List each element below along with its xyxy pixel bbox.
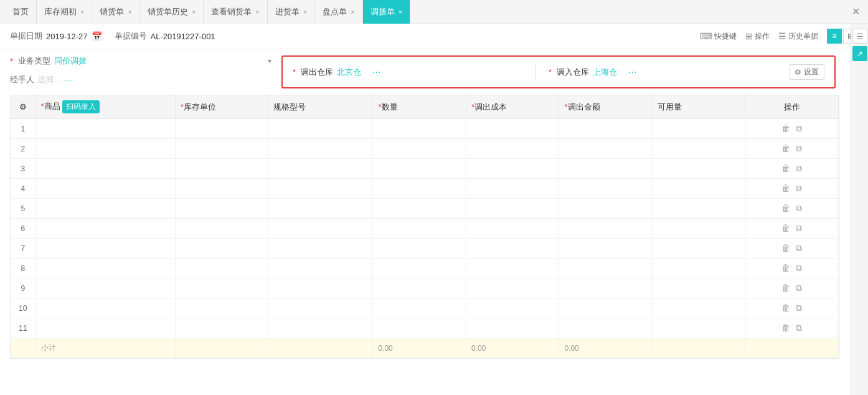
tab-close-icon[interactable]: ×	[303, 8, 307, 16]
delete-icon[interactable]: 🗑	[781, 243, 790, 253]
row-product[interactable]	[35, 298, 175, 318]
tab-home[interactable]: 首页	[5, 0, 37, 24]
tab-inventory-init[interactable]: 库存期初 ×	[37, 0, 92, 24]
row-product[interactable]	[35, 139, 175, 159]
row-spec[interactable]	[268, 139, 373, 159]
row-product[interactable]	[35, 239, 175, 259]
row-unit[interactable]	[175, 219, 268, 239]
row-qty[interactable]	[373, 239, 466, 259]
row-available[interactable]	[652, 159, 745, 179]
row-amount[interactable]	[559, 239, 653, 259]
row-qty[interactable]	[373, 278, 466, 298]
delete-icon[interactable]: 🗑	[781, 123, 790, 133]
row-unit[interactable]	[175, 119, 268, 139]
history-action[interactable]: ☰ 历史单据	[778, 31, 818, 42]
row-cost[interactable]	[466, 239, 559, 259]
business-type-select[interactable]: 同价调拨 ▾	[54, 55, 271, 67]
row-product[interactable]	[35, 119, 175, 139]
copy-icon[interactable]: ⧉	[796, 283, 802, 293]
operation-action[interactable]: ⊞ 操作	[745, 31, 770, 42]
row-cost[interactable]	[466, 219, 559, 239]
row-available[interactable]	[652, 199, 745, 219]
row-qty[interactable]	[373, 219, 466, 239]
row-spec[interactable]	[268, 219, 373, 239]
th-settings[interactable]: ⚙	[11, 95, 35, 119]
row-amount[interactable]	[559, 278, 653, 298]
row-spec[interactable]	[268, 318, 373, 338]
row-product[interactable]	[35, 159, 175, 179]
row-product[interactable]	[35, 179, 175, 199]
side-share-button[interactable]: ↗	[852, 46, 867, 61]
row-amount[interactable]	[559, 199, 653, 219]
delete-icon[interactable]: 🗑	[781, 183, 790, 193]
row-cost[interactable]	[466, 298, 559, 318]
tab-transfer[interactable]: 调拨单 ×	[363, 0, 410, 24]
tab-sales-order[interactable]: 销货单 ×	[92, 0, 139, 24]
warehouse-out-more-button[interactable]: ···	[372, 67, 380, 78]
row-amount[interactable]	[559, 259, 653, 278]
copy-icon[interactable]: ⧉	[796, 183, 802, 193]
row-spec[interactable]	[268, 298, 373, 318]
warehouse-in-more-button[interactable]: ···	[628, 67, 636, 78]
row-unit[interactable]	[175, 239, 268, 259]
row-qty[interactable]	[373, 298, 466, 318]
row-amount[interactable]	[559, 119, 653, 139]
tab-purchase[interactable]: 进货单 ×	[268, 0, 315, 24]
delete-icon[interactable]: 🗑	[781, 203, 790, 213]
row-amount[interactable]	[559, 318, 653, 338]
settings-button[interactable]: ⚙ 设置	[789, 64, 824, 80]
row-product[interactable]	[35, 278, 175, 298]
row-spec[interactable]	[268, 159, 373, 179]
row-qty[interactable]	[373, 259, 466, 278]
row-qty[interactable]	[373, 159, 466, 179]
row-qty[interactable]	[373, 179, 466, 199]
row-unit[interactable]	[175, 139, 268, 159]
row-available[interactable]	[652, 219, 745, 239]
row-cost[interactable]	[466, 199, 559, 219]
delete-icon[interactable]: 🗑	[781, 163, 790, 173]
row-available[interactable]	[652, 318, 745, 338]
list-view-button[interactable]: ≡	[827, 29, 842, 44]
row-unit[interactable]	[175, 298, 268, 318]
delete-icon[interactable]: 🗑	[781, 323, 790, 333]
row-product[interactable]	[35, 199, 175, 219]
row-spec[interactable]	[268, 119, 373, 139]
row-qty[interactable]	[373, 139, 466, 159]
row-amount[interactable]	[559, 298, 653, 318]
row-qty[interactable]	[373, 119, 466, 139]
calendar-icon[interactable]: 📅	[92, 31, 102, 41]
row-product[interactable]	[35, 219, 175, 239]
row-amount[interactable]	[559, 179, 653, 199]
tab-view-sales[interactable]: 查看销货单 ×	[204, 0, 267, 24]
row-available[interactable]	[652, 259, 745, 278]
row-cost[interactable]	[466, 179, 559, 199]
row-amount[interactable]	[559, 219, 653, 239]
row-cost[interactable]	[466, 318, 559, 338]
row-unit[interactable]	[175, 199, 268, 219]
tab-stocktake[interactable]: 盘点单 ×	[315, 0, 362, 24]
copy-icon[interactable]: ⧉	[796, 163, 802, 173]
copy-icon[interactable]: ⧉	[796, 143, 802, 153]
window-close-button[interactable]: ✕	[848, 4, 863, 19]
row-qty[interactable]	[373, 199, 466, 219]
row-spec[interactable]	[268, 278, 373, 298]
tab-close-icon[interactable]: ×	[351, 8, 354, 16]
row-unit[interactable]	[175, 318, 268, 338]
shortcut-action[interactable]: ⌨ 快捷键	[700, 31, 737, 42]
row-cost[interactable]	[466, 259, 559, 278]
copy-icon[interactable]: ⧉	[796, 303, 802, 313]
row-cost[interactable]	[466, 139, 559, 159]
side-doc-button[interactable]: ☰	[852, 29, 867, 44]
row-qty[interactable]	[373, 318, 466, 338]
tab-close-icon[interactable]: ×	[192, 8, 196, 16]
row-available[interactable]	[652, 298, 745, 318]
copy-icon[interactable]: ⧉	[796, 243, 802, 253]
row-available[interactable]	[652, 179, 745, 199]
row-amount[interactable]	[559, 139, 653, 159]
copy-icon[interactable]: ⧉	[796, 203, 802, 213]
row-unit[interactable]	[175, 159, 268, 179]
row-available[interactable]	[652, 239, 745, 259]
row-cost[interactable]	[466, 159, 559, 179]
delete-icon[interactable]: 🗑	[781, 263, 790, 273]
tab-sales-history[interactable]: 销货单历史 ×	[140, 0, 204, 24]
